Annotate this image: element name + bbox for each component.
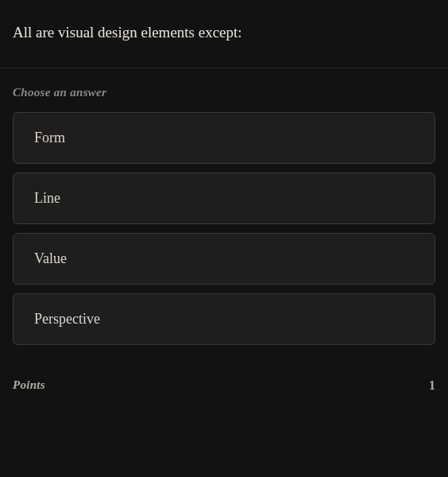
answer-option-form[interactable]: Form [13,112,435,164]
answer-option-value[interactable]: Value [13,233,435,285]
question-header: All are visual design elements except: [0,0,448,68]
answer-section: Choose an answer Form Line Value Perspec… [0,68,448,345]
answer-option-perspective[interactable]: Perspective [13,293,435,345]
points-row: Points 1 [0,345,448,393]
points-value: 1 [429,378,435,393]
answer-options-list: Form Line Value Perspective [13,112,435,345]
points-label: Points [13,378,45,392]
choose-answer-label: Choose an answer [13,86,435,99]
answer-option-line[interactable]: Line [13,173,435,224]
question-text: All are visual design elements except: [13,22,435,44]
